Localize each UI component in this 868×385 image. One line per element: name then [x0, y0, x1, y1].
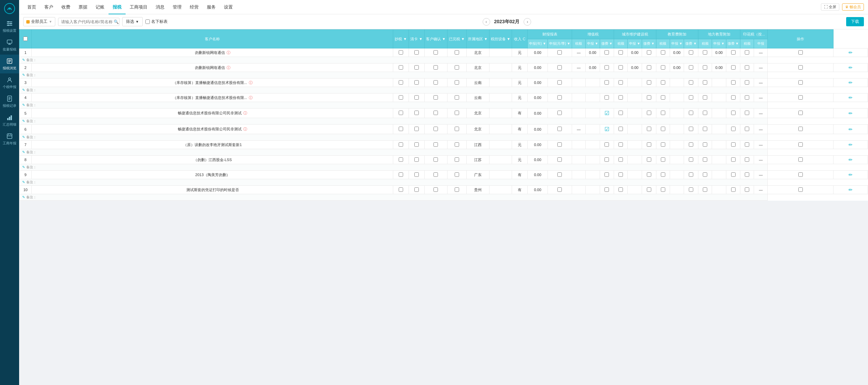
zengzhi-jiaofei-checkbox[interactable]	[618, 142, 623, 147]
difang-shenbao-checkbox[interactable]	[731, 95, 736, 100]
cell-confirm[interactable]	[424, 186, 447, 194]
cell-chengshi-jiaofei[interactable]	[656, 94, 670, 102]
cell-difang-jiaofei[interactable]	[740, 141, 754, 149]
cell-zengzhi-shenbao[interactable]: ☑	[600, 109, 614, 118]
edit-icon[interactable]: ✏	[849, 65, 853, 70]
confirm-checkbox[interactable]	[433, 187, 438, 192]
cell-chengshi-jiaofei[interactable]	[656, 125, 670, 134]
nav-jizhi[interactable]: 记账	[91, 0, 109, 14]
cell-jiaoyu-jiaofei[interactable]	[698, 156, 712, 164]
done-checkbox[interactable]	[455, 50, 459, 55]
cell-confirm[interactable]	[424, 156, 447, 164]
filter-button[interactable]: 筛选 ▼	[122, 17, 143, 26]
cell-operation[interactable]: ✏	[833, 156, 868, 164]
edit-icon[interactable]: ✏	[849, 127, 853, 132]
cell-caibao-year[interactable]	[547, 186, 572, 194]
cell-yinshua-shenbao[interactable]	[768, 171, 833, 179]
jiaoyu-jiaofei-checkbox[interactable]	[703, 187, 707, 192]
yinshua-shenbao-checkbox[interactable]	[798, 80, 803, 85]
cell-yinshua-shenbao[interactable]	[768, 109, 833, 118]
cell-operation[interactable]: ✏	[833, 79, 868, 87]
difang-jiaofei-checkbox[interactable]	[745, 157, 749, 162]
cell-confirm[interactable]	[424, 48, 447, 57]
nav-piaoju[interactable]: 票据	[74, 0, 91, 14]
cell-copy-tax[interactable]	[393, 79, 409, 87]
search-input[interactable]	[61, 19, 112, 24]
zengzhi-shenbao-checkbox[interactable]	[604, 187, 609, 192]
zengzhi-shenbao-checkbox[interactable]	[604, 95, 609, 100]
cell-jiaoyu-shenbao[interactable]	[684, 125, 698, 134]
chengshi-jiaofei-checkbox[interactable]	[661, 111, 665, 115]
download-button[interactable]: 下载	[846, 17, 864, 26]
cell-done[interactable]	[447, 141, 466, 149]
cell-zengzhi-jiaofei[interactable]	[614, 171, 628, 179]
jiaoyu-shenbao-checkbox[interactable]	[689, 50, 693, 55]
cell-difang-shenbao[interactable]	[726, 94, 740, 102]
jiaoyu-jiaofei-checkbox[interactable]	[703, 80, 707, 85]
cell-difang-jiaofei[interactable]	[740, 48, 754, 57]
difang-jiaofei-checkbox[interactable]	[745, 95, 749, 100]
caibao-year-checkbox[interactable]	[557, 95, 562, 100]
caibao-year-checkbox[interactable]	[557, 65, 562, 70]
yinshua-shenbao-checkbox[interactable]	[798, 65, 803, 70]
zengzhi-shenbao-checkbox[interactable]	[604, 50, 609, 55]
difang-shenbao-checkbox[interactable]	[731, 127, 736, 131]
cell-operation[interactable]: ✏	[833, 48, 868, 57]
caibao-year-checkbox[interactable]	[557, 172, 562, 177]
difang-shenbao-checkbox[interactable]	[731, 157, 736, 162]
caibao-year-checkbox[interactable]	[557, 142, 562, 147]
cell-chengshi-shenbao[interactable]	[642, 79, 656, 87]
chengshi-jiaofei-checkbox[interactable]	[661, 95, 665, 100]
jiaoyu-jiaofei-checkbox[interactable]	[703, 127, 707, 131]
fullscreen-button[interactable]: ⛶ 全屏	[821, 3, 839, 11]
zengzhi-shenbao-checkbox[interactable]	[604, 65, 609, 70]
zengzhi-jiaofei-checkbox[interactable]	[618, 80, 623, 85]
done-checkbox[interactable]	[455, 187, 459, 192]
cell-operation[interactable]: ✏	[833, 186, 868, 194]
select-all-checkbox[interactable]	[23, 37, 28, 41]
cell-jiaoyu-jiaofei[interactable]	[698, 63, 712, 72]
cell-caibao-year[interactable]	[547, 94, 572, 102]
difang-shenbao-checkbox[interactable]	[731, 111, 736, 115]
cell-difang-shenbao[interactable]	[726, 109, 740, 118]
cell-yinshua-shenbao[interactable]	[768, 156, 833, 164]
copy-tax-checkbox[interactable]	[399, 50, 403, 55]
chengshi-jiaofei-checkbox[interactable]	[661, 50, 665, 55]
jiaoyu-jiaofei-checkbox[interactable]	[703, 65, 707, 70]
cell-caibao-year[interactable]	[547, 125, 572, 134]
jiaoyu-shenbao-checkbox[interactable]	[689, 65, 693, 70]
cell-difang-shenbao[interactable]	[726, 141, 740, 149]
cell-clear-card[interactable]	[409, 48, 424, 57]
copy-tax-checkbox[interactable]	[399, 80, 403, 85]
copy-tax-checkbox[interactable]	[399, 142, 403, 147]
cell-chengshi-jiaofei[interactable]	[656, 48, 670, 57]
edit-icon[interactable]: ✏	[849, 80, 853, 85]
cell-chengshi-jiaofei[interactable]	[656, 109, 670, 118]
cell-jiaoyu-shenbao[interactable]	[684, 156, 698, 164]
jiaoyu-jiaofei-checkbox[interactable]	[703, 157, 707, 162]
nav-fuwu[interactable]: 服务	[203, 0, 220, 14]
jiaoyu-shenbao-checkbox[interactable]	[689, 80, 693, 85]
cell-jiaoyu-shenbao[interactable]	[684, 48, 698, 57]
chengshi-shenbao-checkbox[interactable]	[647, 127, 651, 131]
cell-confirm[interactable]	[424, 109, 447, 118]
cell-caibao-year[interactable]	[547, 79, 572, 87]
confirm-checkbox[interactable]	[433, 111, 438, 115]
cell-zengzhi-jiaofei[interactable]	[614, 109, 628, 118]
cell-zengzhi-shenbao[interactable]	[600, 156, 614, 164]
cell-operation[interactable]: ✏	[833, 63, 868, 72]
cell-zengzhi-jiaofei[interactable]	[614, 63, 628, 72]
cell-operation[interactable]: ✏	[833, 125, 868, 134]
mingxia-checkbox-label[interactable]: 名下标表	[145, 19, 168, 25]
nav-jingying[interactable]: 经营	[186, 0, 203, 14]
difang-jiaofei-checkbox[interactable]	[745, 65, 749, 70]
clear-card-checkbox[interactable]	[414, 172, 419, 177]
nav-shoufei[interactable]: 收费	[57, 0, 74, 14]
cell-zengzhi-shenbao[interactable]: ☑	[600, 125, 614, 134]
cell-copy-tax[interactable]	[393, 156, 409, 164]
difang-jiaofei-checkbox[interactable]	[745, 142, 749, 147]
sidebar-item-baoshuiliebiao[interactable]: 报税浏览	[0, 55, 19, 73]
sidebar-item-baoshujilu[interactable]: 报税记录	[0, 92, 19, 111]
cell-yinshua-shenbao[interactable]	[768, 125, 833, 134]
copy-tax-checkbox[interactable]	[399, 65, 403, 70]
